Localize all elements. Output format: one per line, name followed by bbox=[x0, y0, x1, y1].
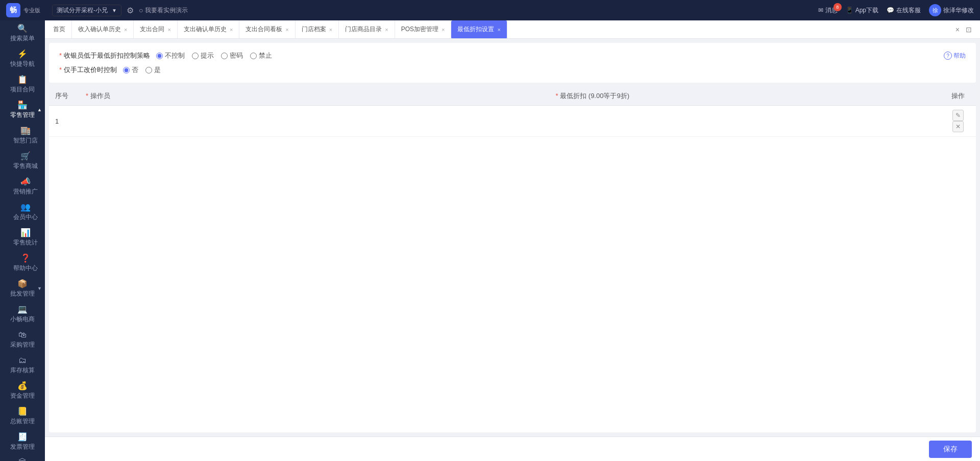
fund-icon: 💰 bbox=[17, 381, 28, 391]
edit-row-button[interactable]: ✎ bbox=[952, 110, 964, 121]
tab-close-icon[interactable]: × bbox=[230, 27, 233, 33]
sidebar-item-smart-store[interactable]: 🏬 智慧门店 bbox=[0, 123, 45, 148]
radio-forbid[interactable]: 禁止 bbox=[250, 51, 272, 60]
radio-forbid-label: 禁止 bbox=[259, 51, 272, 60]
sidebar-item-tax-mgmt[interactable]: 🏛 税务管理 bbox=[0, 454, 45, 461]
data-table: 序号 * 操作员 * 最低折扣 (9.00等于9折) 操作 1 bbox=[49, 87, 976, 137]
tab-payment-confirm-history[interactable]: 支出确认单历史 × bbox=[178, 20, 239, 39]
project-selector[interactable]: 测试分开采程-小兄 ▼ bbox=[52, 5, 121, 16]
tab-label: POS加密管理 bbox=[401, 25, 438, 34]
tab-close-icon[interactable]: × bbox=[442, 27, 445, 33]
tab-label: 支出合同 bbox=[140, 25, 164, 34]
tab-home[interactable]: 首页 bbox=[47, 20, 72, 39]
messages-badge: 8 bbox=[834, 3, 842, 11]
logo-icon: 畅 bbox=[6, 3, 20, 17]
sidebar-item-retail-mgmt[interactable]: 🏪 零售管理 bbox=[0, 97, 45, 123]
app-download-button[interactable]: 📱 App下载 bbox=[846, 6, 878, 15]
tab-close-icon[interactable]: × bbox=[385, 27, 388, 33]
sidebar-item-label: 零售管理 bbox=[10, 111, 35, 119]
sidebar-item-retail-mall[interactable]: 🛒 零售商城 bbox=[0, 148, 45, 174]
radio-manual-no-input[interactable] bbox=[123, 67, 130, 74]
sidebar-item-purchase-mgmt[interactable]: 🛍 采购管理 bbox=[0, 327, 45, 352]
tab-payment-board[interactable]: 支出合同看板 × bbox=[239, 20, 295, 39]
radio-no-control-label: 不控制 bbox=[165, 51, 185, 60]
quicknav-icon: ⚡ bbox=[17, 49, 28, 59]
radio-manual-yes-label: 是 bbox=[154, 65, 161, 75]
sidebar-item-ecommerce[interactable]: 💻 小畅电商 bbox=[0, 301, 45, 327]
project-name: 测试分开采程-小兄 bbox=[57, 6, 108, 15]
demo-link[interactable]: 我要看实例演示 bbox=[139, 6, 188, 15]
tab-pos-password[interactable]: POS加密管理 × bbox=[395, 20, 452, 39]
message-icon: ✉ bbox=[818, 7, 823, 14]
tab-maximize-button[interactable]: ⊡ bbox=[964, 25, 974, 35]
radio-prompt[interactable]: 提示 bbox=[192, 51, 214, 60]
sidebar-item-search[interactable]: 🔍 搜索菜单 bbox=[0, 20, 45, 46]
tab-close-icon[interactable]: × bbox=[329, 27, 332, 33]
sidebar-item-project-contract[interactable]: 📋 项目合同 bbox=[0, 71, 45, 97]
sidebar-item-retail-stats[interactable]: 📊 零售统计 bbox=[0, 225, 45, 250]
radio-forbid-input[interactable] bbox=[250, 53, 257, 59]
tab-min-discount[interactable]: 最低折扣设置 × bbox=[451, 20, 507, 39]
tab-label: 支出确认单历史 bbox=[184, 25, 227, 34]
radio-manual-no[interactable]: 否 bbox=[123, 65, 138, 75]
sidebar-item-general-ledger[interactable]: 📒 总账管理 bbox=[0, 403, 45, 429]
tab-close-icon[interactable]: × bbox=[497, 27, 500, 33]
tab-close-icon[interactable]: × bbox=[124, 27, 127, 33]
sidebar-item-invoice-mgmt[interactable]: 🧾 发票管理 bbox=[0, 429, 45, 454]
radio-no-control[interactable]: 不控制 bbox=[156, 51, 185, 60]
radio-no-control-input[interactable] bbox=[156, 53, 163, 59]
help-text: 帮助 bbox=[953, 52, 966, 60]
delete-row-button[interactable]: ✕ bbox=[952, 121, 964, 132]
form-section: 收银员低于最低折扣控制策略 不控制 提示 密码 bbox=[49, 43, 976, 83]
messages-button[interactable]: ✉ 消息 8 bbox=[818, 6, 838, 15]
sidebar-item-label: 项目合同 bbox=[10, 86, 35, 94]
sidebar-item-label: 零售商城 bbox=[13, 162, 38, 171]
mall-icon: 🛒 bbox=[20, 151, 31, 161]
sidebar-item-inventory[interactable]: 🗂 库存核算 bbox=[0, 352, 45, 378]
sidebar-item-member-center[interactable]: 👥 会员中心 bbox=[0, 199, 45, 225]
sidebar-item-help-center[interactable]: ❓ 帮助中心 bbox=[0, 250, 45, 276]
radio-manual-yes[interactable]: 是 bbox=[145, 65, 161, 75]
sidebar-item-label: 零售统计 bbox=[13, 239, 38, 247]
help-link[interactable]: 帮助 bbox=[944, 52, 966, 60]
tab-label: 收入确认单历史 bbox=[78, 25, 121, 34]
online-service-button[interactable]: 💬 在线客服 bbox=[887, 6, 921, 15]
tab-payment-contract[interactable]: 支出合同 × bbox=[134, 20, 177, 39]
cell-min-discount bbox=[550, 106, 945, 137]
user-menu-button[interactable]: 徐 徐泽华修改 bbox=[929, 4, 974, 16]
bottom-bar: 保存 bbox=[45, 436, 980, 461]
sidebar-item-label: 发票管理 bbox=[10, 443, 35, 451]
radio-password[interactable]: 密码 bbox=[221, 51, 243, 60]
settings-icon[interactable]: ⚙ bbox=[127, 6, 134, 15]
sidebar-item-label: 会员中心 bbox=[13, 213, 38, 222]
sidebar-item-label: 搜索菜单 bbox=[10, 35, 35, 43]
manual-price-row: 仅手工改价时控制 否 是 bbox=[59, 65, 966, 75]
tab-store-file[interactable]: 门店档案 × bbox=[296, 20, 339, 39]
ecommerce-icon: 💻 bbox=[17, 304, 28, 314]
tab-store-product-catalog[interactable]: 门店商品目录 × bbox=[339, 20, 395, 39]
radio-manual-yes-input[interactable] bbox=[145, 67, 152, 74]
tab-close-icon[interactable]: × bbox=[167, 27, 170, 33]
tax-icon: 🏛 bbox=[18, 458, 27, 461]
demo-text: 我要看实例演示 bbox=[145, 6, 188, 15]
sidebar-item-fund-mgmt[interactable]: 💰 资金管理 bbox=[0, 378, 45, 403]
sidebar-item-wholesale-mgmt[interactable]: 📦 批发管理 bbox=[0, 276, 45, 301]
radio-prompt-input[interactable] bbox=[192, 53, 199, 59]
purchase-icon: 🛍 bbox=[18, 330, 27, 339]
col-actions-header: 操作 bbox=[945, 87, 976, 106]
tab-close-icon[interactable]: × bbox=[285, 27, 288, 33]
user-name: 徐泽华修改 bbox=[943, 6, 974, 15]
sidebar-item-marketing[interactable]: 📣 营销推广 bbox=[0, 174, 45, 199]
radio-password-label: 密码 bbox=[230, 51, 243, 60]
tab-close-current-button[interactable]: × bbox=[953, 25, 962, 35]
search-icon: 🔍 bbox=[17, 23, 28, 33]
save-button[interactable]: 保存 bbox=[929, 441, 972, 458]
tabbar-actions: × ⊡ bbox=[949, 25, 978, 35]
sidebar-item-quicknav[interactable]: ⚡ 快捷导航 bbox=[0, 46, 45, 71]
manual-price-label: 仅手工改价时控制 bbox=[59, 65, 117, 75]
retail-icon: 🏪 bbox=[17, 100, 28, 110]
sidebar-item-label: 库存核算 bbox=[10, 367, 35, 375]
sidebar-item-label: 智慧门店 bbox=[13, 137, 38, 145]
radio-password-input[interactable] bbox=[221, 53, 228, 59]
tab-income-history[interactable]: 收入确认单历史 × bbox=[72, 20, 134, 39]
